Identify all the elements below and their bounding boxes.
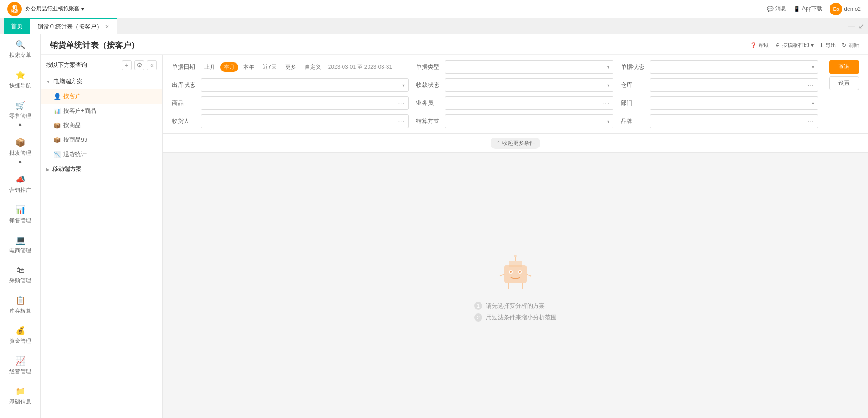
sidebar-label-retail: 零售管理 (9, 112, 31, 120)
operation-icon: 📈 (15, 356, 25, 366)
add-scheme-button[interactable]: + (122, 60, 132, 70)
warehouse-dots: ··· (807, 81, 814, 89)
print-arrow-icon: ▾ (811, 42, 814, 48)
sidebar-label-ecommerce: 电商管理 (9, 247, 31, 255)
message-button[interactable]: 💬 消息 (767, 5, 786, 13)
sidebar-item-retail[interactable]: 🛒 零售管理 ▲ (0, 95, 40, 132)
receiver-select[interactable]: ··· (201, 114, 409, 128)
by-customer-product-icon: 📊 (53, 108, 61, 114)
scheme-item-by-customer[interactable]: 👤 按客户 (41, 89, 162, 104)
tip2-num: 2 (474, 314, 482, 322)
export-button[interactable]: ⬇ 导出 (819, 42, 836, 49)
sidebar-item-system[interactable]: ⚙ 系统管理 (0, 411, 40, 418)
refresh-button[interactable]: ↻ 刷新 (842, 42, 859, 49)
sidebar-label-inventory: 库存核算 (9, 307, 31, 315)
salesperson-label: 业务员 (416, 99, 441, 107)
by-product99-label: 按商品99 (63, 136, 87, 144)
minimize-button[interactable]: — (848, 22, 855, 30)
date-tab-this-year[interactable]: 本年 (240, 62, 258, 72)
date-tab-more[interactable]: 更多 (282, 62, 300, 72)
pc-group-label: 电脑端方案 (53, 77, 83, 86)
empty-state: 1 请先选择要分析的方案 2 用过滤条件来缩小分析范围 (163, 153, 868, 418)
sidebar-item-operation[interactable]: 📈 经营管理 (0, 351, 40, 381)
product-dots: ··· (398, 100, 405, 107)
collapse-panel-button[interactable]: « (147, 60, 157, 70)
tab-report[interactable]: 销货单统计表（按客户） ✕ (30, 18, 117, 34)
maximize-button[interactable]: ⤢ (859, 22, 864, 30)
date-label: 单据日期 (172, 63, 197, 71)
receipt-status-select[interactable]: ▾ (445, 78, 613, 92)
settings-button[interactable]: 设置 (829, 76, 859, 90)
date-tab-last-7days[interactable]: 近7天 (259, 62, 280, 72)
sidebar-item-marketing[interactable]: 📣 营销推广 (0, 169, 40, 200)
brand-label: 品牌 (621, 117, 646, 125)
close-tab-icon[interactable]: ✕ (105, 24, 109, 30)
pc-scheme-toggle[interactable]: ▼ 电脑端方案 (41, 74, 162, 89)
tab-home[interactable]: 首页 (4, 18, 30, 34)
sidebar-label-marketing: 营销推广 (9, 186, 31, 194)
industry-name: 办公用品行业模拟账套 (25, 5, 80, 13)
help-button[interactable]: ❓ 帮助 (750, 42, 769, 49)
scheme-item-by-product99[interactable]: 📦 按商品99 (41, 133, 162, 147)
sidebar-label-search: 搜索菜单 (9, 52, 31, 59)
sidebar-item-quicknav[interactable]: ⭐ 快捷导航 (0, 65, 40, 95)
sidebar-item-sales[interactable]: 📊 销售管理 (0, 200, 40, 230)
out-status-arrow-icon: ▾ (402, 83, 405, 88)
brand-select[interactable]: ··· (650, 114, 818, 128)
add-icon: + (125, 62, 128, 69)
doc-status-select[interactable]: ▾ (650, 60, 818, 74)
report-tab-label: 销货单统计表（按客户） (38, 23, 102, 31)
settings-scheme-button[interactable]: ⚙ (134, 60, 144, 70)
doc-type-select[interactable]: ▾ (445, 60, 613, 74)
sidebar-item-purchase[interactable]: 🛍 采购管理 (0, 260, 40, 290)
sales-icon: 📊 (15, 205, 25, 215)
empty-illustration (493, 249, 538, 294)
date-range-display: 2023-03-01 至 2023-03-31 (328, 63, 392, 71)
collapse-filter-button[interactable]: ⌃ 收起更多条件 (491, 138, 540, 149)
dept-select[interactable]: ▾ (650, 96, 818, 110)
sidebar-item-search[interactable]: 🔍 搜索菜单 (0, 34, 40, 65)
sidebar-item-basic[interactable]: 📁 基础信息 (0, 381, 40, 411)
out-status-select[interactable]: ▾ (201, 78, 409, 92)
by-product99-icon: 📦 (53, 137, 61, 143)
tip2-text: 用过滤条件来缩小分析范围 (486, 314, 557, 322)
receipt-status-label: 收款状态 (416, 81, 441, 89)
date-tab-this-month[interactable]: 本月 (220, 62, 238, 72)
salesperson-select[interactable]: ··· (445, 96, 613, 110)
inventory-icon: 📋 (15, 295, 25, 305)
print-button[interactable]: 🖨 按模板打印 ▾ (775, 42, 814, 49)
sidebar-label-quicknav: 快捷导航 (9, 82, 31, 90)
industry-arrow: ▾ (81, 6, 84, 12)
product-select[interactable]: ··· (201, 96, 409, 110)
receipt-status-arrow-icon: ▾ (607, 83, 609, 88)
tip1-num: 1 (474, 302, 482, 310)
mobile-scheme-toggle[interactable]: ▶ 移动端方案 (41, 162, 162, 177)
sidebar-item-wholesale[interactable]: 📦 批发管理 ▲ (0, 132, 40, 169)
sidebar-item-finance[interactable]: 💰 资金管理 (0, 320, 40, 351)
date-tab-custom[interactable]: 自定义 (301, 62, 325, 72)
page-title: 销货单统计表（按客户） (50, 40, 139, 51)
download-icon: 📱 (793, 6, 800, 12)
query-button[interactable]: 查询 (829, 60, 859, 74)
industry-selector[interactable]: 办公用品行业模拟账套 ▾ (25, 5, 84, 13)
sidebar-item-ecommerce[interactable]: 💻 电商管理 (0, 230, 40, 260)
sidebar-label-sales: 销售管理 (9, 217, 31, 224)
avatar: Ea (830, 3, 842, 15)
by-customer-icon: 👤 (53, 93, 61, 100)
scheme-item-by-customer-product[interactable]: 📊 按客户+商品 (41, 104, 162, 118)
sidebar-label-operation: 经营管理 (9, 368, 31, 375)
warehouse-select[interactable]: ··· (650, 78, 818, 92)
sidebar-label-finance: 资金管理 (9, 337, 31, 345)
settlement-select[interactable]: ▾ (445, 114, 613, 128)
scheme-item-by-product[interactable]: 📦 按商品 (41, 118, 162, 133)
svg-point-7 (514, 255, 517, 257)
app-download-button[interactable]: 📱 App下载 (793, 5, 822, 13)
retail-icon: 🛒 (15, 100, 25, 110)
date-tab-last-month[interactable]: 上月 (201, 62, 219, 72)
svg-rect-1 (509, 261, 522, 267)
scheme-item-return-stats[interactable]: 📉 退货统计 (41, 147, 162, 162)
return-stats-icon: 📉 (53, 151, 61, 158)
sidebar-label-wholesale: 批发管理 (9, 149, 31, 157)
user-menu[interactable]: Ea demo2 (830, 3, 861, 15)
sidebar-item-inventory[interactable]: 📋 库存核算 (0, 290, 40, 320)
